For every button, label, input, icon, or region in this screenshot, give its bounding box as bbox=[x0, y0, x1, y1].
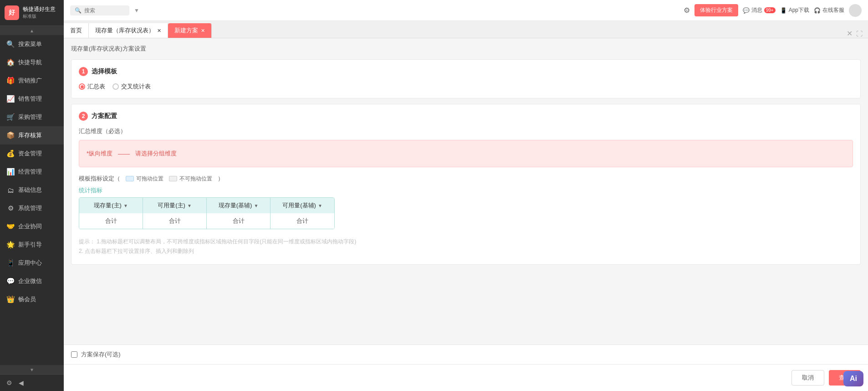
crown-icon: 👑 bbox=[6, 295, 15, 304]
sidebar-item-operations[interactable]: 📊 经营管理 bbox=[0, 163, 64, 181]
sidebar-item-label: 资金管理 bbox=[18, 149, 42, 158]
stat-table-body: 合计 合计 合计 合计 bbox=[79, 213, 334, 229]
radio-summary-table[interactable]: 汇总表 bbox=[79, 82, 105, 91]
sidebar-item-basic-info[interactable]: 🗂 基础信息 bbox=[0, 181, 64, 199]
sidebar-item-label: 系统管理 bbox=[18, 204, 42, 212]
stat-table-header: 现存量(主) ▼ 可用量(主) ▼ 现存量(基辅) ▼ 可用量(基辅) ▼ bbox=[79, 198, 334, 213]
sidebar-item-search[interactable]: 🔍 搜索菜单 bbox=[0, 35, 64, 53]
trial-button[interactable]: 体验行业方案 bbox=[694, 4, 738, 16]
home-icon: 🏠 bbox=[6, 58, 15, 67]
dimension-required-label: *纵向维度 bbox=[87, 149, 112, 158]
sidebar-item-app-center[interactable]: 📱 应用中心 bbox=[0, 254, 64, 272]
handshake-icon: 🤝 bbox=[6, 222, 15, 231]
topbar-settings-icon[interactable]: ⚙ bbox=[684, 6, 690, 15]
tab-home[interactable]: 首页 bbox=[64, 23, 89, 38]
sidebar-item-label: 新手引导 bbox=[18, 241, 42, 249]
sidebar-item-label: 畅会员 bbox=[18, 295, 36, 304]
col-header-1[interactable]: 可用量(主) ▼ bbox=[143, 198, 207, 213]
panel-close-icon[interactable]: ✕ bbox=[847, 29, 853, 38]
main-area: 🔍 ▼ ⚙ 体验行业方案 💬 消息 99+ 📱 App下载 🎧 在线客服 首页 … bbox=[64, 0, 868, 391]
panel-expand-icon[interactable]: ⛶ bbox=[856, 30, 863, 37]
sidebar-item-inventory[interactable]: 📦 库存核算 bbox=[0, 126, 64, 144]
sidebar-item-label: 搜索菜单 bbox=[18, 40, 42, 48]
chevron-down-icon: ▼ bbox=[123, 203, 128, 208]
col-header-2[interactable]: 现存量(基辅) ▼ bbox=[207, 198, 271, 213]
app-icon: 📱 bbox=[780, 7, 787, 14]
chevron-down-icon: ▼ bbox=[318, 203, 322, 208]
cancel-button[interactable]: 取消 bbox=[791, 370, 824, 386]
sidebar-item-marketing[interactable]: 🎁 营销推广 bbox=[0, 72, 64, 90]
wechat-icon: 💬 bbox=[6, 277, 15, 285]
ai-badge[interactable]: Ai bbox=[843, 371, 863, 386]
content-area: 现存量(库存状况表)方案设置 1 选择模板 汇总表 交叉统计表 2 bbox=[64, 38, 868, 345]
search-input[interactable] bbox=[84, 7, 121, 14]
sidebar-item-purchase[interactable]: 🛒 采购管理 bbox=[0, 108, 64, 126]
radio-summary-label: 汇总表 bbox=[87, 82, 105, 91]
sidebar-item-guide[interactable]: 🌟 新手引导 bbox=[0, 236, 64, 254]
app-label: App下载 bbox=[789, 6, 809, 14]
movable-legend: 可拖动位置 bbox=[126, 175, 163, 183]
cart-icon: 🛒 bbox=[6, 113, 15, 121]
footer-save-section: 方案保存(可选) bbox=[64, 345, 868, 364]
tab-new-plan[interactable]: 新建方案 ✕ bbox=[168, 23, 212, 38]
dimension-placeholder: 请选择分组维度 bbox=[135, 149, 177, 158]
sidebar-item-cooperation[interactable]: 🤝 企业协同 bbox=[0, 217, 64, 236]
col-cell: 合计 bbox=[296, 217, 308, 225]
tab-close-icon[interactable]: ✕ bbox=[157, 28, 161, 34]
headset-icon: 🎧 bbox=[814, 7, 821, 14]
sidebar-items: 🔍 搜索菜单 🏠 快捷导航 🎁 营销推广 📈 销售管理 🛒 采购管理 📦 库存核… bbox=[0, 35, 64, 365]
step2-badge: 2 bbox=[79, 112, 88, 121]
sidebar-item-label: 应用中心 bbox=[18, 259, 42, 267]
sidebar-item-quick-nav[interactable]: 🏠 快捷导航 bbox=[0, 53, 64, 72]
topbar-service[interactable]: 🎧 在线客服 bbox=[814, 6, 844, 14]
col-header-label: 可用量(基辅) bbox=[282, 201, 316, 210]
settings-bottom-icon[interactable]: ⚙ bbox=[6, 379, 12, 386]
fixed-legend: 不可拖动位置 bbox=[169, 175, 212, 183]
movable-legend-label: 可拖动位置 bbox=[136, 175, 163, 183]
sidebar-scroll-up[interactable]: ▲ bbox=[0, 26, 64, 35]
sidebar-item-wechat[interactable]: 💬 企业微信 bbox=[0, 272, 64, 290]
radio-summary-circle bbox=[79, 83, 85, 90]
chart-icon: 📈 bbox=[6, 95, 15, 103]
user-avatar[interactable] bbox=[849, 4, 862, 17]
app-logo-icon: 好 bbox=[5, 5, 19, 20]
gift-icon: 🎁 bbox=[6, 77, 15, 85]
money-icon: 💰 bbox=[6, 149, 15, 158]
msg-badge: 99+ bbox=[764, 7, 776, 13]
section-choose-template: 1 选择模板 汇总表 交叉统计表 bbox=[71, 59, 861, 98]
chevron-down-icon: ▼ bbox=[254, 203, 258, 208]
sidebar-item-system[interactable]: ⚙ 系统管理 bbox=[0, 199, 64, 217]
folder-icon: 🗂 bbox=[6, 186, 15, 194]
col-body-3: 合计 bbox=[271, 213, 334, 229]
sidebar-item-label: 采购管理 bbox=[18, 113, 42, 121]
stat-table: 现存量(主) ▼ 可用量(主) ▼ 现存量(基辅) ▼ 可用量(基辅) ▼ bbox=[79, 197, 335, 229]
tab-inventory-status[interactable]: 现存量（库存状况表） ✕ bbox=[89, 23, 168, 38]
radio-cross-table[interactable]: 交叉统计表 bbox=[112, 82, 151, 91]
tip-2: 2. 点击标题栏下拉可设置排序、插入列和删除列 bbox=[79, 247, 853, 255]
topbar-app-download[interactable]: 📱 App下载 bbox=[780, 6, 809, 14]
col-cell: 合计 bbox=[169, 217, 181, 225]
section-plan-config: 2 方案配置 汇总维度（必选） *纵向维度 —— 请选择分组维度 模板指标设定（… bbox=[71, 104, 861, 265]
save-plan-checkbox[interactable] bbox=[71, 351, 77, 358]
col-cell: 合计 bbox=[233, 217, 245, 225]
sidebar-scroll-down[interactable]: ▼ bbox=[0, 365, 64, 374]
topbar-msg[interactable]: 💬 消息 99+ bbox=[743, 6, 776, 14]
sidebar-item-sales[interactable]: 📈 销售管理 bbox=[0, 90, 64, 108]
tab-close-icon[interactable]: ✕ bbox=[201, 28, 205, 34]
fixed-legend-label: 不可拖动位置 bbox=[179, 175, 212, 183]
col-header-3[interactable]: 可用量(基辅) ▼ bbox=[271, 198, 334, 213]
indicator-setting-label: 模板指标设定（ bbox=[79, 175, 120, 183]
dimension-required-box[interactable]: *纵向维度 —— 请选择分组维度 bbox=[79, 140, 853, 167]
sidebar-item-finance[interactable]: 💰 资金管理 bbox=[0, 144, 64, 163]
sidebar-item-member[interactable]: 👑 畅会员 bbox=[0, 290, 64, 309]
msg-label: 消息 bbox=[751, 6, 762, 14]
topbar-search-box[interactable]: 🔍 bbox=[70, 5, 129, 15]
step1-title: 选择模板 bbox=[92, 67, 117, 76]
sidebar-bottom: ⚙ ◀ bbox=[0, 374, 64, 391]
audio-icon[interactable]: ◀ bbox=[19, 379, 24, 386]
sidebar-item-label: 销售管理 bbox=[18, 95, 42, 103]
sidebar-item-label: 企业微信 bbox=[18, 277, 42, 285]
star-icon: 🌟 bbox=[6, 241, 15, 249]
col-header-0[interactable]: 现存量(主) ▼ bbox=[79, 198, 143, 213]
topbar-chevron-icon[interactable]: ▼ bbox=[134, 7, 139, 14]
